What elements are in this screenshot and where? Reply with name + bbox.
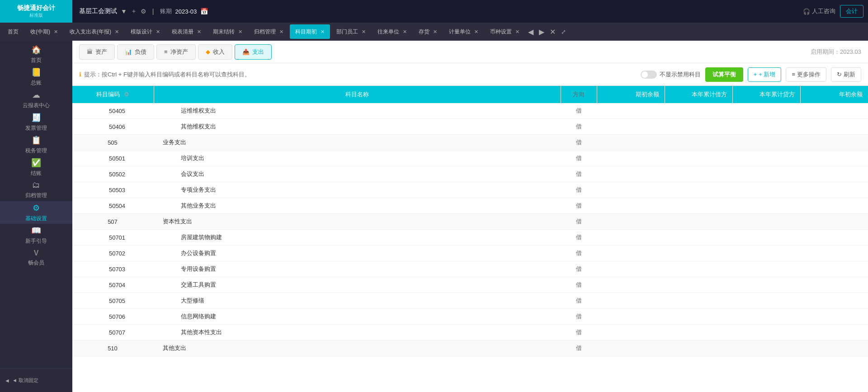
tab-template[interactable]: 模版设计 ✕ [125,24,165,39]
tab-home[interactable]: 首页 [2,24,24,39]
sub-tab-assets[interactable]: 🏛 资产 [79,44,115,60]
cell-credit [732,325,800,340]
tab-currency[interactable]: 币种设置 ✕ [485,24,525,39]
table-row[interactable]: 50703 专用设备购置 借 [72,261,868,277]
cell-direction: 借 [561,103,597,119]
tab-dept[interactable]: 部门员工 ✕ [331,24,371,39]
cell-balance [597,230,665,246]
toggle-disabled-switch[interactable] [641,71,657,79]
table-row[interactable]: 510 其他支出 借 [72,340,868,356]
sub-tab-label: 支出 [252,48,264,56]
tab-inventory[interactable]: 存货 ✕ [413,24,443,39]
cell-year [800,198,868,214]
more-actions-button[interactable]: ≡ 更多操作 [786,67,826,82]
tab-close-icon[interactable]: ✕ [156,29,160,35]
tab-close-icon[interactable]: ✕ [362,29,366,35]
cell-debit [665,182,732,198]
table-row[interactable]: 50503 专项业务支出 借 [72,182,868,198]
cell-name: 交通工具购置 [154,277,561,293]
sidebar-item-settings[interactable]: ⚙ 基础设置 [0,201,72,224]
tab-period-end[interactable]: 期末结转 ✕ [208,24,248,39]
table-row[interactable]: 50704 交通工具购置 借 [72,277,868,293]
table-wrapper[interactable]: 科目编码 ⚙ 科目名称 方向 期初余额 本年累计借方 本年累计贷方 年初余额 5… [72,86,868,392]
tab-archive[interactable]: 归档管理 ✕ [249,24,289,39]
tax-icon: 📋 [31,135,41,145]
tab-tax[interactable]: 税表清册 ✕ [166,24,207,39]
sidebar-item-ledger[interactable]: 📒 总账 [0,66,72,88]
cell-debit [665,309,732,325]
close-all-tabs-icon[interactable]: ✕ [547,28,558,36]
table-row[interactable]: 50406 其他维权支出 借 [72,119,868,135]
sub-tab-expenditure[interactable]: 📤 支出 [235,44,272,60]
table-row[interactable]: 50702 办公设备购置 借 [72,246,868,261]
table-row[interactable]: 50405 运维维权支出 借 [72,103,868,119]
tab-close-icon[interactable]: ✕ [515,29,519,35]
sidebar-item-archive[interactable]: 🗂 归档管理 [0,179,72,201]
tab-unit[interactable]: 计量单位 ✕ [443,24,484,39]
sidebar: 🏠 首页 📒 总账 ☁ 云报表中心 🧾 发票管理 📋 税务管理 ✅ 结账 🗂 归… [0,41,72,392]
cell-name: 其他业务支出 [154,198,561,214]
cell-name: 业务支出 [154,135,561,151]
cell-credit [732,135,800,151]
refresh-label: 刷新 [844,71,855,79]
calendar-icon[interactable]: 📅 [200,8,208,15]
tab-income[interactable]: 收入支出表(年报) ✕ [64,24,124,39]
sidebar-item-guide[interactable]: 📖 新手引导 [0,224,72,246]
table-row[interactable]: 50504 其他业务支出 借 [72,198,868,214]
balance-button[interactable]: 试算平衡 [705,67,743,82]
sidebar-item-reports[interactable]: ☁ 云报表中心 [0,88,72,111]
tab-voucher[interactable]: 收(中期) ✕ [25,24,63,39]
service-button[interactable]: 🎧 人工咨询 [803,7,835,15]
sidebar-item-invoice[interactable]: 🧾 发票管理 [0,111,72,133]
chevron-down-icon[interactable]: ▼ [121,8,127,15]
cell-debit [665,261,732,277]
sidebar-item-closing[interactable]: ✅ 结账 [0,156,72,179]
settings-icon[interactable]: ⚙ [141,8,146,15]
tab-close-icon[interactable]: ✕ [238,29,242,35]
table-row[interactable]: 50707 其他资本性支出 借 [72,325,868,340]
tab-contacts[interactable]: 往来单位 ✕ [372,24,412,39]
cell-balance [597,135,665,151]
sidebar-item-member[interactable]: V 畅会员 [0,246,72,269]
table-row[interactable]: 50705 大型修缮 借 [72,293,868,309]
tab-close-icon[interactable]: ✕ [279,29,283,35]
sidebar-item-tax[interactable]: 📋 税务管理 [0,133,72,156]
tab-close-icon[interactable]: ✕ [474,29,478,35]
sidebar-item-home[interactable]: 🏠 首页 [0,43,72,66]
column-settings-icon[interactable]: ⚙ [124,91,129,98]
tab-subject-init[interactable]: 科目期初 ✕ [290,24,330,39]
sub-tab-net-assets[interactable]: ≡ 净资产 [156,44,196,60]
tab-close-icon[interactable]: ✕ [433,29,437,35]
add-company-icon[interactable]: ＋ [131,7,137,15]
cell-year [800,309,868,325]
maximize-icon[interactable]: ⤢ [559,28,568,35]
income-icon: ◆ [206,48,210,55]
refresh-button[interactable]: ↻ 刷新 [831,67,861,82]
sub-tab-income[interactable]: ◆ 收入 [198,44,232,60]
table-row[interactable]: 50501 培训支出 借 [72,151,868,166]
cell-year [800,214,868,230]
cell-year [800,103,868,119]
table-row[interactable]: 50502 会议支出 借 [72,166,868,182]
sidebar-label: 新手引导 [25,237,47,245]
cell-debit [665,246,732,261]
tab-close-icon[interactable]: ✕ [403,29,407,35]
cell-code: 50707 [72,325,154,340]
table-row[interactable]: 50706 信息网络购建 借 [72,309,868,325]
table-row[interactable]: 507 资本性支出 借 [72,214,868,230]
collapse-sidebar-button[interactable]: ◄ ◄ 取消固定 [5,373,68,387]
tab-nav-next[interactable]: ▶ [537,28,547,36]
tab-nav-prev[interactable]: ◀ [526,28,536,36]
table-row[interactable]: 50701 房屋建筑物购建 借 [72,230,868,246]
table-row[interactable]: 505 业务支出 借 [72,135,868,151]
tab-close-icon[interactable]: ✕ [54,29,58,35]
tab-close-icon[interactable]: ✕ [115,29,119,35]
cell-year [800,135,868,151]
header-year: 年初余额 [800,86,868,103]
sub-tab-liabilities[interactable]: 📊 负债 [117,44,154,60]
tab-close-icon[interactable]: ✕ [197,29,201,35]
account-button[interactable]: 会计 [840,5,863,18]
add-button[interactable]: + + 新增 [748,67,782,82]
tab-close-icon[interactable]: ✕ [321,29,325,35]
cell-direction: 借 [561,261,597,277]
